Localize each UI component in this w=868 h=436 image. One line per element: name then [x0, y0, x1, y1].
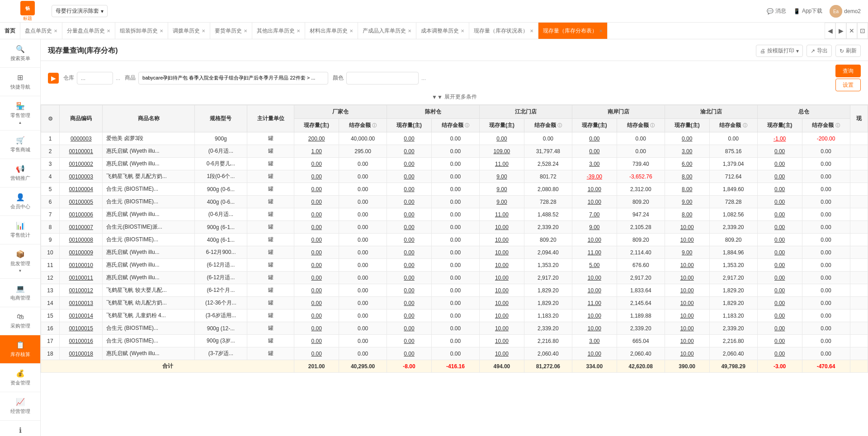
jb-qty-link[interactable]: 10.00	[495, 313, 509, 319]
cj-qty-link[interactable]: 0.00	[311, 351, 321, 357]
jb-qty-link[interactable]: 10.00	[495, 300, 509, 306]
yb-qty-link[interactable]: 10.00	[680, 300, 694, 306]
cj-qty-link[interactable]: 0.00	[311, 287, 321, 294]
sidebar-item-finance[interactable]: 💰 资金管理	[0, 364, 40, 392]
total-qty-link[interactable]: 0.00	[774, 338, 785, 344]
tab-kucunfenbu[interactable]: 现存量（库存分布表） ✕	[538, 23, 608, 39]
cj-qty-link[interactable]: 0.00	[311, 275, 321, 281]
na-qty-link[interactable]: 10.00	[588, 313, 601, 319]
cj-qty-link[interactable]: 1.00	[311, 148, 321, 155]
jb-qty-link[interactable]: 10.00	[495, 262, 509, 268]
tab-zuzhuan[interactable]: 组装拆卸单历史 ✕	[115, 23, 168, 39]
th-gear[interactable]: ⚙	[41, 105, 60, 132]
sidebar-item-inventory[interactable]: 📋 库存核算	[0, 335, 40, 364]
cj-qty-link[interactable]: 0.00	[311, 173, 321, 180]
na-qty-link[interactable]: 0.00	[589, 148, 599, 155]
color-input[interactable]	[346, 72, 419, 84]
jb-qty-link[interactable]: 9.00	[496, 173, 507, 180]
warehouse-dots-btn[interactable]: ...	[116, 75, 120, 81]
cj-qty-link[interactable]: 0.00	[311, 338, 321, 344]
yb-qty-link[interactable]: 3.00	[682, 148, 692, 155]
jb-qty-link[interactable]: 10.00	[495, 237, 509, 243]
total-qty-link[interactable]: 0.00	[774, 211, 785, 218]
tab-home[interactable]: 首页	[0, 23, 20, 39]
total-qty-link[interactable]: 0.00	[774, 186, 785, 192]
cj-qty-link[interactable]: 0.00	[311, 224, 321, 230]
yb-qty-link[interactable]: 8.00	[682, 211, 692, 218]
cj-qty-link[interactable]: 0.00	[311, 161, 321, 167]
yb-qty-link[interactable]: 10.00	[680, 275, 694, 281]
color-dots-btn[interactable]: ...	[421, 75, 426, 81]
jb-qty-link[interactable]: 10.00	[495, 287, 509, 294]
jb-qty-link[interactable]: 10.00	[495, 224, 509, 230]
tab-kucunzhuangkuang[interactable]: 现存量（库存状况表） ✕	[469, 23, 538, 39]
tab-fenpandian[interactable]: 分量盘点单历史 ✕	[62, 23, 115, 39]
cc-qty-link[interactable]: 0.00	[404, 338, 414, 344]
cj-qty-link[interactable]: 0.00	[311, 262, 321, 268]
na-qty-link[interactable]: 10.00	[588, 351, 601, 357]
na-qty-link[interactable]: -39.00	[587, 173, 602, 180]
cj-qty-link[interactable]: 0.00	[311, 211, 321, 218]
yb-qty-link[interactable]: 9.00	[682, 199, 692, 205]
code-link[interactable]: 00100014	[69, 313, 93, 319]
code-link[interactable]: 00100011	[69, 275, 93, 281]
code-link[interactable]: 00100007	[69, 224, 93, 230]
total-qty-link[interactable]: 0.00	[774, 313, 785, 319]
cj-qty-link[interactable]: 0.00	[311, 199, 321, 205]
filter-toggle-btn[interactable]: ▶	[48, 73, 59, 84]
export-btn[interactable]: ↗ 导出	[807, 45, 832, 57]
tab-close-diaob[interactable]: ✕	[202, 28, 205, 33]
na-qty-link[interactable]: 9.00	[589, 224, 599, 230]
code-link[interactable]: 00100012	[69, 287, 93, 294]
na-qty-link[interactable]: 10.00	[588, 199, 601, 205]
cc-qty-link[interactable]: 0.00	[404, 300, 414, 306]
yb-qty-link[interactable]: 8.00	[682, 173, 692, 180]
tab-qitachuku[interactable]: 其他出库单历史 ✕	[252, 23, 305, 39]
app-download-btn[interactable]: 📱 App下载	[793, 7, 822, 15]
yb-qty-link[interactable]: 9.00	[682, 249, 692, 256]
tab-chengpinruku[interactable]: 产成品入库单历史 ✕	[358, 23, 416, 39]
sidebar-item-operation[interactable]: 📈 经营管理	[0, 392, 40, 421]
na-qty-link[interactable]: 7.00	[589, 211, 599, 218]
tab-pandian[interactable]: 盘点单历史 ✕	[20, 23, 62, 39]
tab-close-yaohuo[interactable]: ✕	[244, 28, 247, 33]
na-qty-link[interactable]: 11.00	[588, 249, 601, 256]
na-qty-link[interactable]: 10.00	[588, 325, 601, 332]
jb-qty-link[interactable]: 10.00	[495, 275, 509, 281]
sidebar-item-purchase[interactable]: 🛍 采购管理	[0, 307, 40, 335]
jb-qty-link[interactable]: 0.00	[496, 136, 507, 142]
total-qty-link[interactable]: -1.00	[774, 136, 786, 142]
jb-qty-link[interactable]: 11.00	[495, 161, 509, 167]
na-qty-link[interactable]: 10.00	[588, 237, 601, 243]
tab-close-qitachuku[interactable]: ✕	[297, 28, 300, 33]
cc-qty-link[interactable]: 0.00	[404, 224, 414, 230]
cc-qty-link[interactable]: 0.00	[404, 275, 414, 281]
code-link[interactable]: 00100001	[69, 148, 93, 155]
tab-close-all-btn[interactable]: ✕	[846, 23, 857, 39]
total-qty-link[interactable]: 0.00	[774, 173, 785, 180]
code-link[interactable]: 00100005	[69, 199, 93, 205]
message-btn[interactable]: 💬 消息	[767, 7, 786, 15]
code-link[interactable]: 0000003	[71, 136, 92, 142]
tab-prev-btn[interactable]: ◀	[825, 23, 835, 39]
tab-close-kucunfenbu[interactable]: ✕	[599, 28, 603, 33]
na-qty-link[interactable]: 3.00	[589, 338, 599, 344]
tab-close-zuzhuan[interactable]: ✕	[160, 28, 163, 33]
jb-qty-link[interactable]: 109.00	[494, 148, 510, 155]
cj-qty-link[interactable]: 0.00	[311, 325, 321, 332]
tab-expand-btn[interactable]: ⊡	[857, 23, 868, 39]
code-link[interactable]: 00100010	[69, 262, 93, 268]
yb-qty-link[interactable]: 10.00	[680, 351, 694, 357]
na-qty-link[interactable]: 11.00	[588, 300, 601, 306]
sidebar-item-wholesale[interactable]: 📦 批发管理 ▼	[0, 244, 40, 279]
cj-qty-link[interactable]: 0.00	[311, 300, 321, 306]
yb-qty-link[interactable]: 8.00	[682, 186, 692, 192]
cj-qty-link[interactable]: 0.00	[311, 237, 321, 243]
yb-qty-link[interactable]: 10.00	[680, 262, 694, 268]
yb-qty-link[interactable]: 10.00	[680, 313, 694, 319]
yb-qty-link[interactable]: 10.00	[680, 325, 694, 332]
yb-qty-link[interactable]: 10.00	[680, 237, 694, 243]
total-qty-link[interactable]: 0.00	[774, 161, 785, 167]
jb-qty-link[interactable]: 10.00	[495, 351, 509, 357]
tab-next-btn[interactable]: ▶	[835, 23, 846, 39]
